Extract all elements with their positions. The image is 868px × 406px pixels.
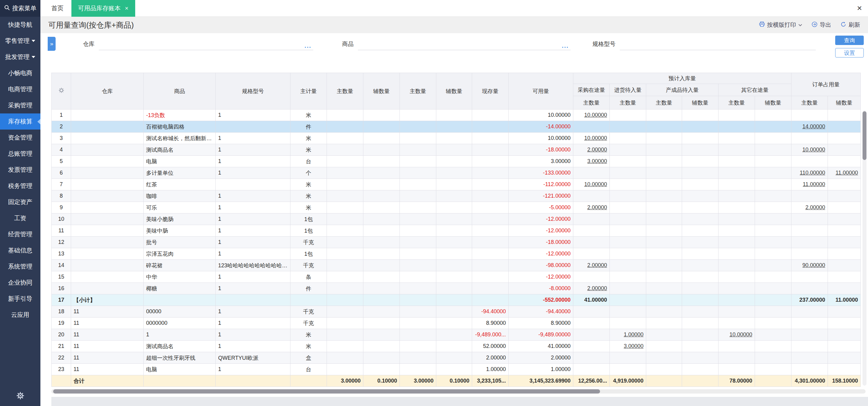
drill-link[interactable]: 10.00000 (802, 147, 825, 153)
header-spec[interactable]: 规格型号 (216, 73, 290, 110)
drill-link[interactable]: 2.00000 (587, 285, 607, 291)
header-incoming-main[interactable]: 主数量 (610, 96, 646, 110)
header-goods[interactable]: 商品 (144, 73, 216, 110)
vertical-scrollbar[interactable] (863, 110, 866, 386)
table-row[interactable]: 16椰糖1件-8.000002.00000 (52, 283, 861, 294)
table-row[interactable]: 9可乐1米-5.000002.000002.00000 (52, 202, 861, 213)
drill-link[interactable]: 10.00000 (730, 331, 752, 338)
header-finished-aux[interactable]: 辅数量 (682, 96, 718, 110)
column-settings-icon[interactable] (52, 73, 71, 110)
sidebar-item-invoice[interactable]: 发票管理 (0, 162, 40, 178)
drill-link[interactable]: 3.00000 (587, 158, 607, 164)
sidebar-item-payroll[interactable]: 工资 (0, 210, 40, 226)
table-row[interactable]: 2211超细一次性牙刷牙线QWERTYUI欧派盒2.000002.00000 (52, 352, 861, 364)
sidebar-item-beginner-guide[interactable]: 新手引导 (0, 291, 40, 307)
table-row[interactable]: 14碎花裙123哈哈哈哈哈哈哈哈哈哈哈...千克-98.000002.00000… (52, 260, 861, 271)
table-row[interactable]: 13宗泽五花肉11包-12.00000 (52, 248, 861, 260)
table-row[interactable]: 7红茶米-112.0000010.0000011.00000 (52, 179, 861, 191)
sidebar-item-wholesale[interactable]: 批发管理 (0, 49, 40, 65)
header-finished-pending[interactable]: 产成品待入量 (646, 84, 718, 96)
header-available[interactable]: 可用量 (508, 73, 573, 110)
sidebar-item-inventory-accounting[interactable]: 库存核算 (0, 113, 40, 129)
table-row[interactable]: 12批号1千克-18.00000 (52, 237, 861, 248)
tab-home[interactable]: 首页 (51, 4, 71, 12)
table-row[interactable]: 4测试商品名1米-18.000002.0000010.00000 (52, 144, 861, 156)
sidebar-item-purchasing[interactable]: 采购管理 (0, 97, 40, 113)
table-row[interactable]: 191100000001千克8.900008.90000 (52, 318, 861, 329)
header-unit[interactable]: 主计量 (290, 73, 327, 110)
drill-link[interactable]: 10.00000 (584, 112, 607, 118)
drill-link[interactable]: 10.00000 (584, 135, 607, 141)
sidebar-item-quick-nav[interactable]: 快捷导航 (0, 17, 40, 33)
sidebar-item-tax[interactable]: 税务管理 (0, 178, 40, 194)
drill-link[interactable]: 2.00000 (587, 147, 607, 153)
drill-link[interactable]: 2.00000 (805, 204, 825, 210)
settings-button[interactable]: 设置 (835, 48, 864, 57)
table-row[interactable]: 17【小计】-552.0000041.00000237.0000011.0000… (52, 294, 861, 306)
header-purchase-main[interactable]: 主数量 (573, 96, 610, 110)
header-order-main[interactable]: 主数量 (792, 96, 828, 110)
sidebar-search[interactable]: 搜索菜单 (0, 0, 40, 17)
drill-link[interactable]: 90.00000 (802, 262, 825, 268)
sidebar-item-ecommerce[interactable]: 电商管理 (0, 81, 40, 97)
header-finished-main[interactable]: 主数量 (646, 96, 682, 110)
sidebar-item-system[interactable]: 系统管理 (0, 259, 40, 274)
sidebar-item-operations[interactable]: 经营管理 (0, 226, 40, 242)
drill-link[interactable]: 110.00000 (800, 170, 825, 176)
header-aux-qty-1[interactable]: 辅数量 (363, 73, 400, 110)
sidebar-item-general-ledger[interactable]: 总账管理 (0, 146, 40, 162)
drill-link[interactable]: 2.00000 (587, 204, 607, 210)
header-other-main[interactable]: 主数量 (718, 96, 755, 110)
table-row[interactable]: 2311电脑1台1.000001.00000 (52, 364, 861, 375)
drill-link[interactable]: 10.00000 (584, 181, 607, 187)
export-button[interactable]: 导出 (811, 21, 831, 29)
table-row[interactable]: 2百褶裙电脑四格件-14.0000014.00000 (52, 121, 861, 133)
drill-link[interactable]: 14.00000 (802, 123, 825, 129)
drill-link[interactable]: 1.00000 (624, 331, 644, 338)
header-purchase-transit[interactable]: 采购在途量 (573, 84, 610, 96)
table-row[interactable]: 1-13负数1米10.0000010.00000 (52, 110, 861, 121)
header-order-aux[interactable]: 辅数量 (828, 96, 861, 110)
drill-link[interactable]: 2.00000 (587, 262, 607, 268)
spec-input[interactable] (620, 41, 816, 50)
tab-close-icon[interactable]: × (125, 5, 128, 12)
table-row[interactable]: 2111测试商品名1米52.0000041.000003.00000 (52, 341, 861, 352)
table-row[interactable]: 6多计量单位1个-133.00000110.0000011.00000 (52, 167, 861, 179)
drill-link[interactable]: 11.00000 (803, 181, 825, 187)
table-total-row[interactable]: 合计3.000000.100003.000000.100003,233,105.… (52, 375, 861, 387)
vertical-scrollbar-thumb[interactable] (863, 111, 866, 160)
table-row[interactable]: 10美味小脆肠11包-12.00000 (52, 213, 861, 225)
drill-link[interactable]: 11.00000 (836, 170, 858, 176)
header-other-aux[interactable]: 辅数量 (755, 96, 792, 110)
sidebar-settings-button[interactable] (0, 386, 40, 406)
sidebar-item-cloud-apps[interactable]: 云应用 (0, 307, 40, 323)
table-row[interactable]: 1811000001千克-94.40000-94.40000 (52, 306, 861, 318)
header-other-transit[interactable]: 其它在途量 (718, 84, 792, 96)
header-warehouse[interactable]: 仓库 (71, 73, 144, 110)
close-icon[interactable]: × (857, 3, 862, 13)
header-incoming-pending[interactable]: 进货待入量 (610, 84, 646, 96)
goods-input[interactable] (358, 41, 562, 50)
header-stock[interactable]: 现存量 (472, 73, 508, 110)
header-main-qty-1[interactable]: 主数量 (327, 73, 363, 110)
warehouse-input[interactable] (99, 41, 304, 50)
query-button[interactable]: 查询 (835, 36, 864, 45)
sidebar-item-basic-info[interactable]: 基础信息 (0, 242, 40, 259)
table-row[interactable]: 3测试名称城长，然后翻新有没...1米10.0000010.00000 (52, 133, 861, 144)
print-landscape-button[interactable]: 按横版打印 (759, 21, 802, 29)
sidebar-item-retail[interactable]: 零售管理 (0, 33, 40, 49)
table-row[interactable]: 11美味中肠11包-12.00000 (52, 225, 861, 237)
goods-browse-button[interactable]: ... (562, 42, 570, 50)
drill-link[interactable]: 3.00000 (624, 343, 644, 349)
table-row[interactable]: 15中华1条-12.00000 (52, 271, 861, 283)
sidebar-item-fixed-assets[interactable]: 固定资产 (0, 194, 40, 210)
table-row[interactable]: 5电脑1台3.000003.00000 (52, 156, 861, 167)
warehouse-browse-button[interactable]: ... (304, 42, 313, 50)
sidebar-item-enterprise-collab[interactable]: 企业协同 (0, 274, 40, 291)
sidebar-item-xiaochang-ecommerce[interactable]: 小畅电商 (0, 65, 40, 81)
header-main-qty-2[interactable]: 主数量 (400, 73, 436, 110)
table-row[interactable]: 8咖啡1米-121.00000 (52, 191, 861, 202)
horizontal-scrollbar-thumb[interactable] (53, 389, 600, 394)
sidebar-item-funds[interactable]: 资金管理 (0, 129, 40, 146)
table-row[interactable]: 201111米-9,489.000...-9,489.000001.000001… (52, 329, 861, 341)
